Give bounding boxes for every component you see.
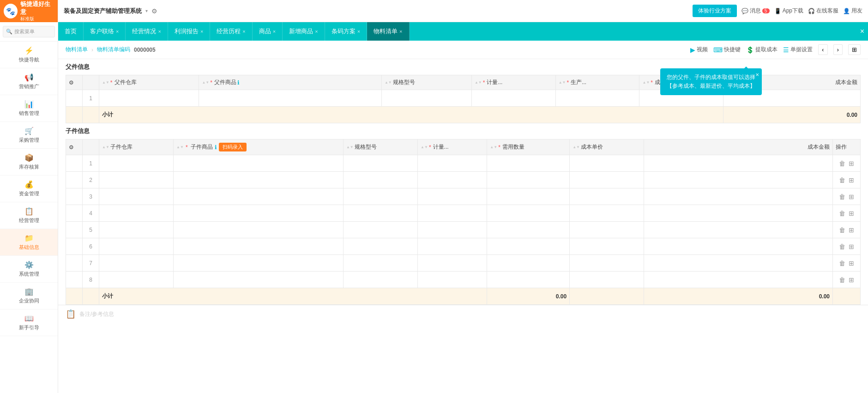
cost-sort-icon[interactable]: ▲▼ xyxy=(642,81,650,85)
copy-row-button[interactable]: ⊞ xyxy=(848,275,855,284)
child-row-warehouse[interactable] xyxy=(99,255,174,272)
copy-row-button[interactable]: ⊞ xyxy=(848,159,855,168)
delete-row-button[interactable]: 🗑 xyxy=(838,242,846,251)
tab-profit[interactable]: 利润报告 × xyxy=(168,22,210,41)
delete-row-button[interactable]: 🗑 xyxy=(838,275,846,284)
sidebar-item-sys-manage[interactable]: ⚙️ 系统管理 xyxy=(0,256,58,283)
child-row-cost-unit[interactable] xyxy=(570,272,644,288)
message-button[interactable]: 💬 消息 5 xyxy=(741,7,770,15)
sidebar-item-marketing[interactable]: 📢 营销推广 xyxy=(0,68,58,95)
shortcut-button[interactable]: ⌨ 快捷键 xyxy=(713,46,741,54)
child-row-spec[interactable] xyxy=(343,272,417,288)
child-warehouse-sort-icon[interactable]: ▲▼ xyxy=(102,145,109,149)
child-row-spec[interactable] xyxy=(343,155,417,172)
sys-title-dropdown-arrow[interactable]: ▾ xyxy=(145,8,148,13)
copy-row-button[interactable]: ⊞ xyxy=(848,259,855,268)
tab-history-close[interactable]: × xyxy=(242,29,245,34)
delete-row-button[interactable]: 🗑 xyxy=(838,175,846,185)
parent-col-settings[interactable]: ⚙ xyxy=(66,75,83,90)
expand-btn[interactable]: ⊞ xyxy=(848,44,861,55)
spec-sort-icon[interactable]: ▲▼ xyxy=(385,81,392,85)
child-row-spec[interactable] xyxy=(343,188,417,205)
child-row-product[interactable] xyxy=(174,238,344,255)
prod-sort-icon[interactable]: ▲▼ xyxy=(559,81,566,85)
child-row-unit[interactable] xyxy=(418,205,487,222)
child-row-spec[interactable] xyxy=(343,205,417,222)
sidebar-item-guide[interactable]: 📖 新手引导 xyxy=(0,309,58,336)
child-row-spec[interactable] xyxy=(343,238,417,255)
child-row-warehouse[interactable] xyxy=(99,272,174,288)
scan-button[interactable]: 扫码录入 xyxy=(219,143,247,151)
child-row-warehouse[interactable] xyxy=(99,155,174,172)
copy-row-button[interactable]: ⊞ xyxy=(848,175,855,185)
tab-history[interactable]: 经营历程 × xyxy=(210,22,252,41)
tab-new-product[interactable]: 新增商品 × xyxy=(283,22,325,41)
child-row-quantity[interactable] xyxy=(487,188,570,205)
child-row-product[interactable] xyxy=(174,255,344,272)
child-row-unit[interactable] xyxy=(418,272,487,288)
child-row-cost-unit[interactable] xyxy=(570,222,644,238)
sidebar-item-finance[interactable]: 💰 资金管理 xyxy=(0,175,58,202)
child-row-product[interactable] xyxy=(174,222,344,238)
child-row-unit[interactable] xyxy=(418,238,487,255)
sidebar-item-quick-nav[interactable]: ⚡ 快捷导航 xyxy=(0,42,58,68)
tab-new-product-close[interactable]: × xyxy=(315,29,318,34)
child-row-warehouse[interactable] xyxy=(99,188,174,205)
child-row-cost-unit[interactable] xyxy=(570,255,644,272)
prev-page-btn[interactable]: ‹ xyxy=(818,44,827,55)
child-row-quantity[interactable] xyxy=(487,205,570,222)
copy-row-button[interactable]: ⊞ xyxy=(848,192,855,201)
copy-row-button[interactable]: ⊞ xyxy=(848,209,855,218)
tab-home[interactable]: 首页 xyxy=(58,22,84,41)
tab-customer-close[interactable]: × xyxy=(116,29,119,34)
child-row-unit[interactable] xyxy=(418,255,487,272)
child-product-sort-icon[interactable]: ▲▼ xyxy=(176,145,184,149)
child-row-cost-unit[interactable] xyxy=(570,188,644,205)
child-row-warehouse[interactable] xyxy=(99,238,174,255)
tab-operations[interactable]: 经营情况 × xyxy=(126,22,168,41)
child-row-quantity[interactable] xyxy=(487,155,570,172)
sidebar-item-purchase[interactable]: 🛒 采购管理 xyxy=(0,122,58,149)
child-row-quantity[interactable] xyxy=(487,272,570,288)
online-service-button[interactable]: 🎧 在线客服 xyxy=(808,7,838,15)
child-row-cost-unit[interactable] xyxy=(570,205,644,222)
single-settings-button[interactable]: ☰ 单据设置 xyxy=(783,46,813,54)
child-row-cost-unit[interactable] xyxy=(570,155,644,172)
product-sort-icon[interactable]: ▲▼ xyxy=(202,81,209,85)
child-row-unit[interactable] xyxy=(418,155,487,172)
child-row-spec[interactable] xyxy=(343,172,417,188)
video-button[interactable]: ▶ 视频 xyxy=(690,46,708,54)
child-row-product[interactable] xyxy=(174,172,344,188)
tab-product-close[interactable]: × xyxy=(273,29,276,34)
parent-row-warehouse[interactable] xyxy=(99,90,199,107)
child-row-product[interactable] xyxy=(174,188,344,205)
child-row-product[interactable] xyxy=(174,205,344,222)
tab-barcode-close[interactable]: × xyxy=(357,29,360,34)
sidebar-item-inventory[interactable]: 📦 库存核算 xyxy=(0,149,58,175)
child-cost-unit-sort-icon[interactable]: ▲▼ xyxy=(573,145,580,149)
user-button[interactable]: 👤 用友 xyxy=(843,7,862,15)
unit-sort-icon[interactable]: ▲▼ xyxy=(475,81,482,85)
tab-barcode[interactable]: 条码方案 × xyxy=(325,22,367,41)
child-spec-sort-icon[interactable]: ▲▼ xyxy=(346,145,354,149)
tab-product[interactable]: 商品 × xyxy=(253,22,283,41)
child-row-warehouse[interactable] xyxy=(99,172,174,188)
copy-row-button[interactable]: ⊞ xyxy=(848,225,855,235)
parent-row-spec[interactable] xyxy=(381,90,471,107)
nav-close-all-icon[interactable]: × xyxy=(860,27,864,36)
breadcrumb-parent[interactable]: 物料清单 xyxy=(66,46,88,54)
tooltip-close-button[interactable]: × xyxy=(755,70,759,80)
sidebar-item-basic-info[interactable]: 📁 基础信息 xyxy=(0,229,58,256)
child-row-quantity[interactable] xyxy=(487,172,570,188)
tab-bom[interactable]: 物料清单 × xyxy=(367,22,409,41)
child-row-unit[interactable] xyxy=(418,188,487,205)
child-row-warehouse[interactable] xyxy=(99,222,174,238)
sidebar-item-operations[interactable]: 📋 经营管理 xyxy=(0,202,58,229)
child-row-spec[interactable] xyxy=(343,222,417,238)
tab-customer[interactable]: 客户联络 × xyxy=(84,22,126,41)
child-row-quantity[interactable] xyxy=(487,255,570,272)
child-row-warehouse[interactable] xyxy=(99,205,174,222)
delete-row-button[interactable]: 🗑 xyxy=(838,259,846,268)
child-row-unit[interactable] xyxy=(418,172,487,188)
child-col-settings[interactable]: ⚙ xyxy=(66,139,83,155)
